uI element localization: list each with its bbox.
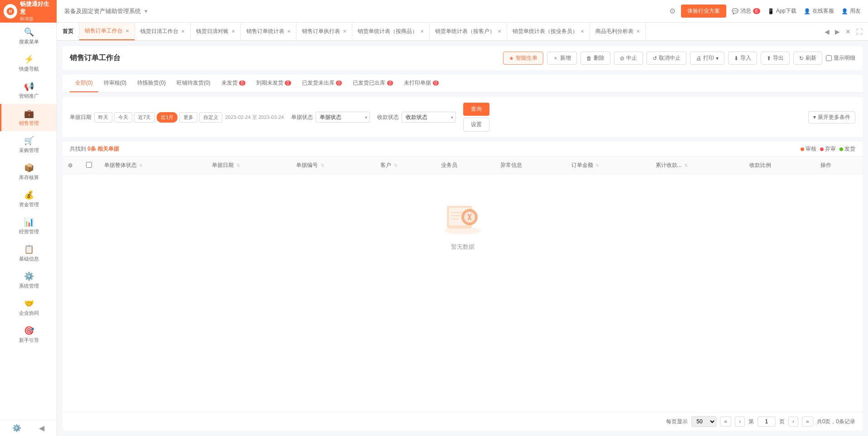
ship-action-btn[interactable]: 发货 — [839, 145, 855, 153]
table-scroll[interactable]: ⚙ 单据整体状态 ⇅ 单据日期 ⇅ — [62, 157, 863, 407]
user-button[interactable]: 👤 用友 — [841, 7, 861, 15]
sub-tab-pending-audit[interactable]: 待审核(0) — [98, 75, 132, 92]
sidebar-item-operation[interactable]: 📊 经营管理 — [0, 213, 57, 240]
settings-bottom-icon[interactable]: ⚙️ — [12, 424, 21, 432]
sidebar-item-system[interactable]: ⚙️ 系统管理 — [0, 267, 57, 294]
sub-tab-not-shipped[interactable]: 未发货 0 — [216, 75, 251, 92]
col-date-sort[interactable]: ⇅ — [236, 163, 240, 168]
tab-product-close[interactable]: ✕ — [420, 29, 424, 34]
settings-set-button[interactable]: 设置 — [463, 118, 489, 132]
query-button[interactable]: 查询 — [463, 103, 489, 116]
tab-cash-daily-close[interactable]: ✕ — [181, 29, 185, 34]
delete-button[interactable]: 🗑 删除 — [580, 52, 610, 65]
guide-icon: 🎯 — [24, 326, 34, 336]
last-page-button[interactable]: » — [802, 417, 813, 427]
expand-filter-button[interactable]: ▾ 展开更多条件 — [808, 111, 855, 123]
online-service-button[interactable]: 👤 在线客服 — [804, 7, 834, 15]
sub-tab-all[interactable]: 全部(0) — [70, 75, 98, 92]
dropdown-arrow-icon[interactable]: ▾ — [144, 8, 148, 14]
payment-select[interactable]: 收款状态 — [402, 112, 456, 123]
sidebar-item-enterprise[interactable]: 🤝 企业协同 — [0, 294, 57, 321]
show-detail-label[interactable]: 显示明细 — [826, 54, 855, 62]
message-button[interactable]: 💬 消息 6 — [732, 7, 760, 15]
sub-tab-pending-pickup[interactable]: 待拣验货(0) — [132, 75, 171, 92]
stop-button[interactable]: ⊘ 中止 — [614, 52, 643, 65]
tab-fullscreen-button[interactable]: ⛶ — [854, 27, 864, 36]
col-status-sort[interactable]: ⇅ — [139, 163, 143, 168]
export-button[interactable]: ⬆ 导出 — [761, 52, 790, 65]
tab-sales-workbench[interactable]: 销售订单工作台 ✕ — [79, 23, 135, 40]
tab-next-button[interactable]: ▶ — [833, 27, 842, 36]
collapse-icon[interactable]: ◀ — [39, 424, 44, 432]
header-settings-icon[interactable]: ⚙ — [669, 7, 676, 15]
prev-page-button[interactable]: ‹ — [735, 417, 745, 427]
tab-cash-daily[interactable]: 钱货日清工作台 ✕ — [135, 23, 191, 40]
date-7days-btn[interactable]: 近7天 — [134, 112, 155, 123]
audit-action-btn[interactable]: 审核 — [801, 145, 816, 153]
select-all-checkbox[interactable] — [86, 162, 92, 168]
app-download-button[interactable]: 📱 App下载 — [767, 7, 796, 15]
cancel-audit-action-btn[interactable]: 弃审 — [820, 145, 836, 153]
sub-tab-wangpu[interactable]: 旺铺待发货(0) — [171, 75, 216, 92]
date-1month-btn[interactable]: 近1月 — [157, 112, 177, 123]
col-collected-sort[interactable]: ⇅ — [684, 163, 688, 168]
print-button[interactable]: 🖨 打印 ▾ — [690, 52, 724, 65]
cancel-stop-button[interactable]: ↺ 取消中止 — [647, 52, 686, 65]
sidebar-item-marketing[interactable]: 📢 营销推广 — [0, 77, 57, 104]
next-page-button[interactable]: › — [788, 417, 798, 427]
page-size-select[interactable]: 50 10 20 100 — [691, 416, 716, 427]
smart-create-button[interactable]: ★ 智能生单 — [503, 52, 543, 65]
tab-sales-exec[interactable]: 销售订单执行表 ✕ — [297, 23, 352, 40]
sub-tab-shipped-warehoused[interactable]: 已发货已出库 0 — [347, 75, 398, 92]
refresh-button[interactable]: ↻ 刷新 — [793, 52, 822, 65]
tab-staff-close[interactable]: ✕ — [580, 29, 584, 34]
tab-sales-exec-close[interactable]: ✕ — [343, 29, 346, 34]
tab-sales-summary-product[interactable]: 销货单统计表（按商品） ✕ — [352, 23, 430, 40]
tab-sales-stat[interactable]: 销售订单统计表 ✕ — [241, 23, 297, 40]
tab-home[interactable]: 首页 — [57, 23, 79, 40]
sidebar-item-search[interactable]: 🔍 搜索菜单 — [0, 23, 57, 50]
show-detail-checkbox[interactable] — [826, 55, 832, 61]
tab-sales-stat-close[interactable]: ✕ — [287, 29, 291, 34]
sidebar-item-guide[interactable]: 🎯 新手引导 — [0, 321, 57, 348]
add-button[interactable]: ＋ 新增 — [547, 52, 577, 65]
sidebar-item-sales[interactable]: 💼 销售管理 — [0, 104, 57, 131]
sub-tab-not-printed[interactable]: 未打印单据 0 — [398, 75, 444, 92]
first-page-button[interactable]: « — [720, 417, 731, 427]
status-select[interactable]: 单据状态 — [316, 112, 370, 123]
horizontal-scrollbar[interactable] — [62, 407, 863, 412]
message-badge: 6 — [753, 8, 760, 14]
col-ratio-label: 收款比例 — [749, 162, 771, 168]
date-custom-btn[interactable]: 自定义 — [199, 112, 222, 123]
col-customer-sort[interactable]: ⇅ — [394, 163, 398, 168]
page-number-input[interactable] — [758, 417, 776, 427]
tab-close-all-button[interactable]: ✕ — [844, 27, 853, 36]
import-button[interactable]: ⬇ 导入 — [728, 52, 757, 65]
sub-tab-shipped-not-warehouse[interactable]: 已发货未出库 0 — [297, 75, 348, 92]
cancel-audit-dot — [820, 147, 824, 151]
tab-prev-button[interactable]: ◀ — [823, 27, 831, 36]
tab-customer-close[interactable]: ✕ — [498, 29, 501, 34]
col-amount-sort[interactable]: ⇅ — [595, 163, 599, 168]
sidebar-item-quick-nav[interactable]: ⚡ 快捷导航 — [0, 50, 57, 77]
col-number-sort[interactable]: ⇅ — [321, 163, 324, 168]
filter-action-buttons: 查询 设置 — [463, 103, 489, 132]
tab-cash-reconcile[interactable]: 钱货日清对账 ✕ — [191, 23, 241, 40]
date-yesterday-btn[interactable]: 昨天 — [94, 112, 112, 123]
date-more-btn[interactable]: 更多 — [179, 112, 197, 123]
tab-gross-profit-close[interactable]: ✕ — [636, 29, 640, 34]
stop-icon: ⊘ — [620, 55, 624, 62]
sidebar-item-purchase[interactable]: 🛒 采购管理 — [0, 131, 57, 158]
tab-sales-workbench-close[interactable]: ✕ — [125, 28, 129, 33]
industry-button[interactable]: 体验行业方案 — [681, 5, 726, 18]
tab-cash-reconcile-close[interactable]: ✕ — [231, 29, 235, 34]
tab-sales-summary-customer[interactable]: 销货单统计表（按客户） ✕ — [430, 23, 507, 40]
sub-tab-overdue-not-shipped[interactable]: 到期未发货 0 — [251, 75, 297, 92]
sidebar-item-inventory[interactable]: 📦 库存核算 — [0, 158, 57, 185]
settings-col-icon[interactable]: ⚙ — [68, 162, 73, 169]
tab-sales-summary-staff[interactable]: 销货单统计表（按业务员） ✕ — [507, 23, 590, 40]
sidebar-item-finance[interactable]: 💰 资金管理 — [0, 185, 57, 213]
date-today-btn[interactable]: 今天 — [114, 112, 132, 123]
sidebar-item-basic[interactable]: 📋 基础信息 — [0, 240, 57, 267]
tab-gross-profit[interactable]: 商品毛利分析表 ✕ — [590, 23, 646, 40]
